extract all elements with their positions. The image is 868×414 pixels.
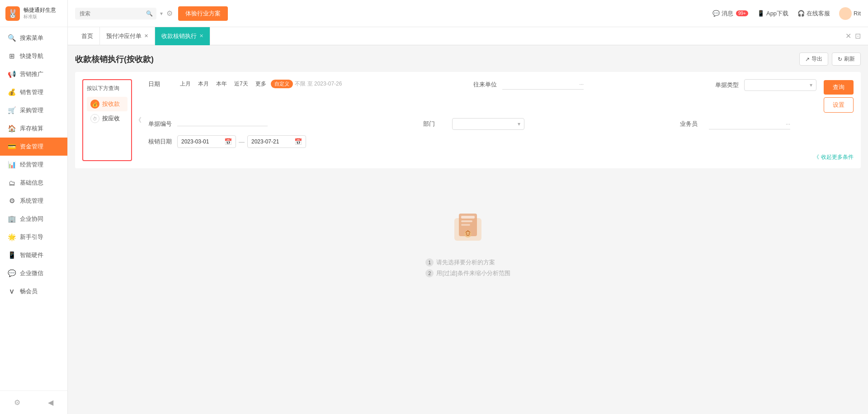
docnumber-input[interactable] [177,122,268,126]
sidebar-item-wechat[interactable]: 💬 企业微信 [0,264,67,282]
sidebar-item-member[interactable]: V 畅会员 [0,282,67,300]
empty-illustration [445,205,491,251]
hint-num-2: 2 [425,269,434,277]
sales-nav-icon: 💰 [7,88,16,97]
sidebar-item-guide[interactable]: 🌟 新手引导 [0,228,67,246]
tab-prepay[interactable]: 预付冲应付单 ✕ [100,27,155,45]
sidebar-item-label: 畅会员 [20,287,38,295]
sidebar-item-basic[interactable]: 🗂 基础信息 [0,174,67,192]
date-to: 至 2023-07-26 [307,80,342,88]
sidebar-item-label: 快捷导航 [20,52,43,60]
refresh-button[interactable]: ↻ 刷新 [832,52,861,66]
sidebar-item-purchase[interactable]: 🛒 采购管理 [0,101,67,119]
writeoff-start-value: 2023-03-01 [181,138,209,145]
page-actions: ↗ 导出 ↻ 刷新 [799,52,861,66]
sidebar-item-label: 企业微信 [20,269,43,277]
date-range-separator: — [239,138,245,145]
dept-select[interactable]: ▾ [452,118,524,130]
sidebar-item-label: 库存核算 [20,124,43,133]
message-icon: 💬 [712,10,720,17]
hardware-nav-icon: 📱 [7,251,16,260]
sidebar-item-sales[interactable]: 💰 销售管理 [0,83,67,101]
finance-nav-icon: 💳 [7,142,16,151]
date-unlimited: 不限 [295,80,306,88]
writeoff-date-end[interactable]: 2023-07-21 📅 [247,135,306,148]
export-label: 导出 [811,55,822,63]
date-tab-lastmonth[interactable]: 上月 [177,79,193,89]
filter-by-receipt[interactable]: 💰 按收款 [87,97,127,111]
receivable-icon: ⏱ [90,114,99,123]
empty-hints: 1 请先选择要分析的方案 2 用[过滤]条件来缩小分析范围 [425,258,510,280]
online-service-action[interactable]: 🎧 在线客服 [797,10,830,18]
sidebar-item-search[interactable]: 🔍 搜索菜单 [0,29,67,47]
doctype-select[interactable]: ▾ [744,79,816,91]
date-label: 日期 [148,80,174,88]
guide-nav-icon: 🌟 [7,233,16,242]
settings-bottom-icon[interactable]: ⚙ [11,395,23,409]
settings-button[interactable]: 设置 [824,97,854,113]
sidebar-item-hardware[interactable]: 📱 智能硬件 [0,246,67,264]
tab-prepay-label: 预付冲应付单 [106,32,142,40]
calendar-start-icon[interactable]: 📅 [224,138,232,145]
counterpart-dots[interactable]: ··· [579,81,584,87]
sidebar-item-enterprise[interactable]: 🏢 企业协同 [0,210,67,228]
tab-prepay-close-icon[interactable]: ✕ [144,33,148,39]
topbar-gear-icon[interactable]: ⚙ [166,9,173,18]
collapse-more-btn[interactable]: 《 收起更多条件 [814,153,854,161]
export-button[interactable]: ↗ 导出 [799,52,828,66]
sidebar-item-label: 企业协同 [20,215,43,223]
sidebar-item-label: 经营管理 [20,161,43,169]
service-icon: 🎧 [797,10,805,17]
member-nav-icon: V [7,287,16,296]
sidebar-item-marketing[interactable]: 📢 营销推广 [0,65,67,83]
collapse-sidebar-icon[interactable]: ◀ [45,395,56,409]
sidebar-item-inventory[interactable]: 🏠 库存核算 [0,119,67,138]
writeoff-date-range: 2023-03-01 📅 — 2023-07-21 📅 [177,135,306,148]
hint-num-1: 1 [425,258,434,266]
marketing-nav-icon: 📢 [7,70,16,79]
sidebar-item-quick[interactable]: ⊞ 快捷导航 [0,47,67,65]
calendar-end-icon[interactable]: 📅 [294,138,302,145]
date-tab-more[interactable]: 更多 [253,79,269,89]
user-profile[interactable]: Rit [839,7,861,20]
doctype-label: 单据类型 [715,81,741,89]
date-tab-thismonth[interactable]: 本月 [195,79,212,89]
window-expand-icon[interactable]: ⊡ [855,32,861,40]
filter-collapse-btn[interactable]: 《 [134,79,143,161]
page-header: 收款核销执行(按收款) ↗ 导出 ↻ 刷新 [75,52,861,66]
search-input[interactable] [75,8,156,19]
writeoff-date-start[interactable]: 2023-03-01 📅 [177,135,236,148]
empty-hint-1: 1 请先选择要分析的方案 [425,258,510,266]
tab-home[interactable]: 首页 [75,27,100,45]
industry-btn[interactable]: 体验行业方案 [178,6,228,21]
employee-dots[interactable]: ··· [786,121,790,127]
date-tab-thisyear[interactable]: 本年 [213,79,230,89]
message-action[interactable]: 💬 消息 99+ [712,10,748,18]
topbar-chevron-icon: ▾ [160,10,163,17]
purchase-nav-icon: 🛒 [7,106,16,115]
date-tab-custom[interactable]: 自定义 [271,80,293,88]
date-tab-7days[interactable]: 近7天 [231,79,251,89]
tab-writeoff-close-icon[interactable]: ✕ [199,33,203,39]
sidebar-item-system[interactable]: ⚙ 系统管理 [0,192,67,210]
app-download-action[interactable]: 📱 App下载 [757,10,788,18]
quick-nav-icon: ⊞ [7,52,16,61]
operations-nav-icon: 📊 [7,160,16,169]
logo-name: 畅捷通好生意 [24,7,56,14]
filter-by-receivable[interactable]: ⏱ 按应收 [87,111,127,126]
svg-rect-2 [461,216,475,219]
basic-nav-icon: 🗂 [7,178,16,187]
sidebar-item-operations[interactable]: 📊 经营管理 [0,156,67,174]
message-label: 消息 [722,10,733,18]
docnumber-label: 单据编号 [148,120,174,128]
refresh-icon: ↻ [838,56,842,62]
hint-text-1: 请先选择要分析的方案 [436,258,495,266]
tab-writeoff[interactable]: 收款核销执行 ✕ [155,27,210,45]
collapse-more-label: 收起更多条件 [821,153,854,161]
sidebar-item-label: 智能硬件 [20,251,43,259]
filter-receivable-label: 按应收 [102,114,120,123]
sidebar-item-finance[interactable]: 💳 资金管理 [0,138,67,156]
query-button[interactable]: 查询 [824,80,854,95]
window-close-icon[interactable]: ✕ [845,32,851,40]
online-service-label: 在线客服 [807,10,830,18]
